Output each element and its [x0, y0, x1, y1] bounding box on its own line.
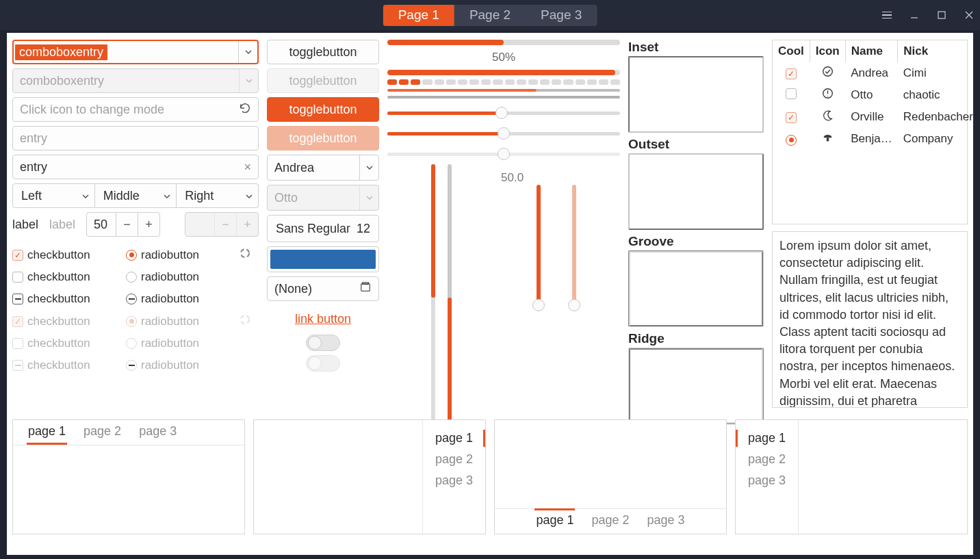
segmented-lmr[interactable]: Left Middle Right	[12, 183, 259, 208]
checkbutton-checked[interactable]: checkbutton	[12, 248, 126, 262]
switch-off[interactable]	[306, 335, 340, 351]
svg-point-1	[241, 249, 249, 257]
entry-value[interactable]: entry ×	[12, 155, 259, 179]
checkbutton-dis: checkbutton	[12, 337, 126, 350]
nb-tab[interactable]: page 1	[744, 430, 790, 447]
togglebutton-insensitive: togglebutton	[267, 68, 379, 93]
chevron-down-icon[interactable]	[164, 189, 170, 203]
clear-icon[interactable]: ×	[244, 160, 251, 174]
color-swatch	[270, 250, 376, 269]
minimize-icon[interactable]	[909, 10, 920, 21]
checkbutton-dis-ind: checkbutton	[12, 359, 126, 372]
notebook-left[interactable]: page 1 page 2 page 3	[735, 419, 968, 534]
radiobutton-indeterminate[interactable]: radiobutton	[126, 292, 240, 306]
progressbar-50	[387, 40, 620, 45]
color-chooser-button[interactable]	[267, 246, 379, 272]
combobox[interactable]: Andrea	[267, 155, 379, 181]
table-row[interactable]: Benja… Company	[773, 128, 979, 150]
scale-vertical-3[interactable]	[532, 185, 545, 431]
mushroom-icon	[810, 128, 845, 150]
togglebutton[interactable]: togglebutton	[267, 40, 379, 64]
combobox-disabled: Otto	[267, 185, 379, 211]
chevron-down-icon[interactable]	[82, 189, 89, 203]
svg-rect-0	[938, 12, 945, 18]
nb-tab[interactable]: page 1	[536, 513, 573, 530]
frame-title-outset: Outset	[628, 137, 764, 152]
checkbox-icon[interactable]	[786, 88, 797, 99]
nb-tab[interactable]: page 1	[431, 430, 477, 447]
scale-horizontal-2[interactable]	[387, 127, 620, 140]
checkbox-icon[interactable]	[786, 112, 797, 123]
chevron-down-icon[interactable]	[359, 155, 378, 180]
titlebar: Page 1 Page 2 Page 3	[0, 0, 980, 30]
nb-tab[interactable]: page 3	[139, 424, 177, 441]
nb-tab[interactable]: page 2	[591, 513, 629, 530]
chevron-down-icon[interactable]	[246, 189, 253, 203]
label: label	[12, 218, 38, 232]
label-disabled: label	[49, 218, 75, 232]
spin-minus[interactable]: −	[116, 213, 138, 236]
table-row[interactable]: Andrea Cimi	[773, 62, 979, 84]
scale-vertical-2[interactable]	[446, 164, 453, 431]
checkbutton-dis-checked: checkbutton	[12, 314, 126, 328]
file-chooser-button[interactable]: (None)	[267, 276, 379, 301]
column-nick[interactable]: Nick	[898, 40, 979, 62]
frame-title-groove: Groove	[628, 234, 764, 249]
spin-plus[interactable]: +	[138, 213, 159, 236]
moon-icon	[810, 106, 845, 128]
header-tab-switcher[interactable]: Page 1 Page 2 Page 3	[383, 5, 597, 26]
table-row[interactable]: Orville Redenbacher	[773, 106, 979, 128]
scale-horizontal-1[interactable]	[387, 107, 620, 119]
spinbutton[interactable]: 50 − +	[86, 212, 160, 237]
refresh-icon[interactable]	[239, 102, 251, 118]
nb-tab[interactable]: page 2	[83, 424, 121, 441]
spinner-icon	[240, 248, 259, 262]
notebook-right[interactable]: page 1 page 2 page 3	[253, 419, 486, 534]
textview[interactable]: Lorem ipsum dolor sit amet, consectetur …	[772, 231, 968, 408]
seg-left[interactable]: Left	[12, 183, 95, 208]
chevron-down-icon[interactable]	[238, 41, 257, 63]
nb-tab[interactable]: page 3	[647, 513, 685, 530]
scale-value-label: 50.0	[501, 171, 524, 185]
checkbox-icon[interactable]	[786, 68, 797, 79]
close-icon[interactable]	[964, 10, 975, 21]
notebook-bottom[interactable]: page 1 page 2 page 3	[494, 419, 727, 534]
notebook-top[interactable]: page 1 page 2 page 3	[12, 419, 245, 534]
scale-vertical-1[interactable]	[427, 164, 439, 431]
checkbutton[interactable]: checkbutton	[12, 270, 126, 284]
switch-off-disabled	[306, 355, 340, 372]
radiobutton-checked[interactable]: radiobutton	[126, 248, 240, 262]
progressbar-thin	[387, 89, 620, 92]
seg-right[interactable]: Right	[177, 183, 259, 208]
chevron-down-icon	[239, 69, 258, 92]
treeview[interactable]: Cool Icon Name Nick Andrea Cimi Otto cha…	[772, 40, 968, 224]
hamburger-menu-icon[interactable]	[881, 10, 892, 21]
spin-plus: +	[236, 213, 258, 236]
column-cool[interactable]: Cool	[773, 40, 810, 62]
entry-placeholder[interactable]: entry	[12, 126, 259, 151]
link-button[interactable]: link button	[267, 312, 379, 326]
header-tab-2[interactable]: Page 2	[454, 5, 526, 26]
nb-tab[interactable]: page 2	[431, 451, 477, 468]
nb-tab[interactable]: page 1	[28, 424, 66, 441]
comboboxentry-focused[interactable]: comboboxentry	[12, 40, 259, 64]
progressbar-activity	[387, 70, 620, 75]
header-tab-3[interactable]: Page 3	[526, 5, 597, 26]
font-chooser-button[interactable]: Sans Regular 12	[267, 215, 379, 242]
nb-tab[interactable]: page 3	[431, 472, 477, 489]
nb-tab[interactable]: page 2	[744, 451, 790, 468]
togglebutton-active[interactable]: togglebutton	[267, 97, 379, 122]
column-icon[interactable]: Icon	[810, 40, 845, 62]
nb-tab[interactable]: page 3	[744, 472, 790, 489]
checkbutton-indeterminate[interactable]: checkbutton	[12, 292, 126, 306]
column-name[interactable]: Name	[845, 40, 897, 62]
radiobutton[interactable]: radiobutton	[126, 270, 240, 284]
seg-middle[interactable]: Middle	[95, 183, 177, 208]
header-tab-1[interactable]: Page 1	[383, 5, 454, 26]
entry-mode[interactable]: Click icon to change mode	[12, 97, 259, 122]
svg-rect-7	[827, 138, 829, 141]
table-row[interactable]: Otto chaotic	[773, 84, 979, 106]
check-circle-icon	[810, 62, 845, 84]
radio-icon[interactable]	[786, 135, 797, 146]
maximize-icon[interactable]	[936, 10, 947, 21]
